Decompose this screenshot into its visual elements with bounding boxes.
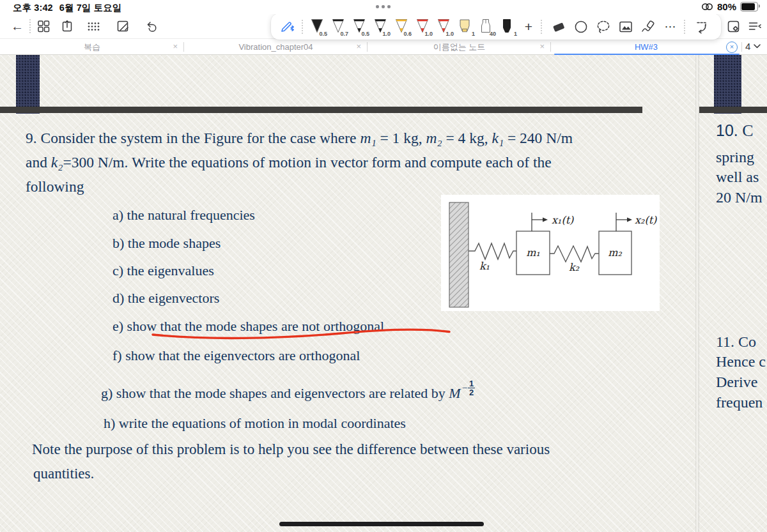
close-icon[interactable]: ×	[356, 42, 361, 51]
item-b: b) the mode shapes	[112, 235, 221, 252]
ipad-screen: 오후 3:426월 7일 토요일 80% ←	[0, 0, 767, 532]
ruler-pen-tool-red-10[interactable]: 1.0	[436, 17, 453, 37]
lasso-tool[interactable]	[595, 19, 612, 35]
slide-deco-strip-right	[714, 55, 741, 114]
insert-image-tool[interactable]	[617, 19, 634, 35]
pen-tool-yellow-06[interactable]: 0.6	[394, 17, 411, 37]
home-indicator[interactable]	[279, 522, 484, 526]
problem10-line2: spring	[716, 149, 754, 166]
next-page-preview[interactable]: 10. C spring well as 20 N/m 11. Co Hence…	[699, 55, 767, 532]
problem10-line3: well as	[716, 169, 759, 186]
window-handle-dots[interactable]	[376, 5, 391, 8]
label-m1: m₁	[526, 247, 540, 259]
eraser-tool[interactable]	[550, 19, 567, 35]
ruler-pen-tool-black-10[interactable]: 1.0	[373, 17, 390, 37]
pen-toolbar-panel: 0.5 0.7 0.5 1.0 0.6	[271, 13, 721, 40]
status-time-date: 오후 3:426월 7일 토요일	[13, 2, 128, 14]
bluetooth-pen-tool[interactable]	[279, 18, 297, 36]
page-settings-button[interactable]	[725, 18, 741, 34]
shape-circle-tool[interactable]	[573, 19, 589, 35]
apps-dots-button[interactable]	[85, 18, 102, 34]
stroke-eraser-tool[interactable]	[640, 19, 656, 35]
item-f: f) show that the eigenvectors are orthog…	[112, 347, 360, 364]
pen-tool-red-10[interactable]: 1.0	[415, 17, 432, 37]
close-icon[interactable]: ×	[173, 42, 178, 51]
annotation-mode-button[interactable]	[114, 18, 131, 34]
problem11-line2: Hence c	[716, 353, 766, 370]
marker-tool-black[interactable]: 1	[499, 17, 516, 37]
status-time: 오후 3:42	[13, 3, 53, 13]
item-a: a) the natural frequencies	[112, 207, 255, 224]
label-k1: k₁	[479, 260, 490, 272]
item-g: g) show that the mode shapes and eigenve…	[101, 385, 475, 404]
label-x2t: x₂(t)	[635, 214, 657, 226]
pen-tool-black-05b[interactable]: 0.5	[352, 17, 369, 37]
problem10-line4: 20 N/m	[716, 189, 763, 206]
hotspot-link-icon	[701, 2, 713, 11]
problem9-line1: 9. Consider the system in the Figure for…	[26, 130, 573, 148]
item-c: c) the eigenvalues	[112, 262, 214, 279]
item-d: d) the eigenvectors	[112, 290, 219, 307]
slide-deco-strip-left	[16, 55, 40, 114]
tab-review[interactable]: 복습 ×	[0, 39, 184, 55]
pen-panel-divider	[684, 20, 685, 34]
tab-hw3-active[interactable]: HW#3	[551, 39, 741, 55]
problem11-line4: frequen	[716, 394, 763, 411]
problem9-line3: following	[26, 178, 84, 196]
problem9-line2: and k₂=300 N/m. Write the equations of m…	[26, 154, 552, 172]
toolbar: ← 0.5	[0, 14, 767, 38]
back-button[interactable]: ←	[9, 18, 26, 34]
pen-tool-black-05[interactable]: 0.5	[309, 17, 327, 37]
battery-percent: 80%	[717, 1, 736, 12]
sidebar-toggle-button[interactable]	[747, 18, 763, 34]
highlighter-tool-yellow[interactable]: 1	[457, 17, 474, 37]
close-icon[interactable]: ×	[539, 42, 545, 51]
lasso-selection-tool[interactable]	[693, 19, 710, 35]
page-grid-button[interactable]	[35, 18, 52, 34]
slide-deco-bar-right	[699, 107, 767, 113]
label-x1t: x₁(t)	[552, 214, 574, 226]
active-tab-underline	[554, 54, 740, 56]
figure-two-mass-spring-system: x₁(t) x₂(t) m₁ m₂ k₁ k₂	[441, 195, 660, 311]
share-export-button[interactable]	[59, 18, 75, 34]
more-tools-button[interactable]: ⋯	[662, 19, 679, 35]
label-k2: k₂	[569, 261, 580, 273]
pdf-canvas[interactable]: 9. Consider the system in the Figure for…	[0, 55, 767, 532]
undo-button[interactable]	[143, 18, 159, 34]
toolbar-divider	[29, 19, 31, 33]
pen-tool-black-07[interactable]: 0.7	[330, 17, 348, 37]
note-line2: quantities.	[33, 465, 94, 482]
page-selector-dropdown[interactable]: 4	[745, 41, 761, 52]
brush-tool-40[interactable]: 40	[478, 17, 495, 37]
problem11-line1: 11. Co	[716, 333, 756, 351]
item-h: h) write the equations of motion in moda…	[104, 415, 406, 432]
battery-icon	[740, 2, 758, 11]
document-tab-bar: 복습 × Vibration_chapter04 × 이름없는 노트 × HW#…	[0, 38, 767, 55]
tab-untitled-note[interactable]: 이름없는 노트 ×	[368, 39, 551, 55]
problem10-line1: 10. C	[716, 121, 754, 141]
pen-panel-divider	[541, 20, 542, 34]
add-pen-button[interactable]: +	[522, 18, 536, 36]
slide-deco-bar-left	[0, 107, 642, 113]
wall-hatched	[449, 202, 469, 307]
status-right: 80%	[701, 1, 758, 12]
problem11-line3: Derive	[716, 374, 757, 391]
red-underline-annotation	[149, 326, 456, 343]
status-date: 6월 7일 토요일	[59, 3, 122, 13]
label-m2: m₂	[608, 247, 622, 259]
note-line1: Note the purpose of this problem is to h…	[32, 441, 550, 458]
pen-panel-divider	[302, 20, 303, 34]
tab-vibration-chapter04[interactable]: Vibration_chapter04 ×	[184, 39, 368, 55]
status-bar: 오후 3:426월 7일 토요일 80%	[0, 0, 767, 14]
close-tab-circle-icon[interactable]: ×	[726, 42, 738, 53]
